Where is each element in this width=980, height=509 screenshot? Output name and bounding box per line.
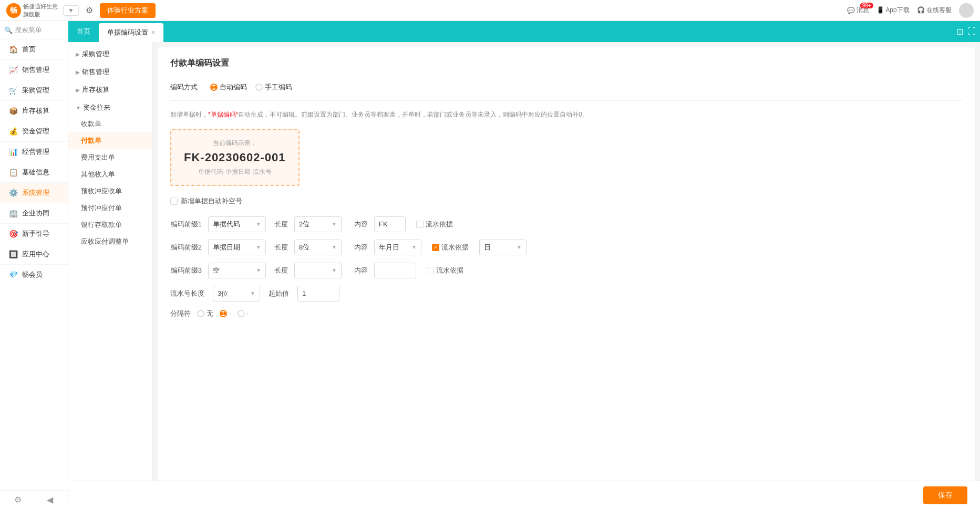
tab-home[interactable]: 首页 xyxy=(68,21,99,42)
separator-dash[interactable]: · xyxy=(238,309,249,317)
auto-encode-radio-circle xyxy=(210,84,218,91)
topbar-right: 💬 消息 99+ 📱 App下载 🎧 在线客服 xyxy=(847,3,974,18)
sub-group-title-sales[interactable]: ▶ 销售管理 xyxy=(68,64,152,80)
search-icon: 🔍 xyxy=(4,26,13,34)
sidebar-item-member[interactable]: 💎 畅会员 xyxy=(0,265,68,285)
sidebar-search[interactable]: 🔍 搜索菜单 xyxy=(0,21,68,39)
basic-icon: 📋 xyxy=(8,168,18,177)
prefix2-stream-check[interactable]: ✓ xyxy=(432,244,439,251)
chevron-down-icon: ▼ xyxy=(517,244,522,250)
tab-active[interactable]: 单据编码设置 × xyxy=(99,23,163,42)
settings-icon[interactable]: ⚙ xyxy=(82,3,97,18)
sub-group-sales: ▶ 销售管理 xyxy=(68,64,152,80)
chevron-down-icon: ▼ xyxy=(332,221,337,227)
serial-start-input[interactable]: 1 xyxy=(297,286,339,302)
sub-group-title-capital[interactable]: ▼ 资金往来 xyxy=(68,100,152,116)
code-example-box: 当前编码示例： FK-20230602-001 单据代码-单据日期-流水号 xyxy=(170,129,300,186)
fullscreen-icon: ⛶ xyxy=(967,27,976,36)
prefix1-stream-check[interactable] xyxy=(416,221,424,228)
prefix3-length-label: 长度 xyxy=(274,266,288,275)
sidebar-item-appstore[interactable]: 🔲 应用中心 xyxy=(0,244,68,265)
arrow-icon: ▶ xyxy=(76,51,80,57)
sidebar-item-inventory[interactable]: 📦 库存核算 xyxy=(0,101,68,121)
prefix2-type-select[interactable]: 单据日期 ▼ xyxy=(208,240,266,255)
prefix2-length-label: 长度 xyxy=(274,243,288,252)
sub-item-prepay-recv[interactable]: 预收冲应收单 xyxy=(68,183,152,200)
logo-icon: 畅 xyxy=(6,3,21,18)
separator-row: 分隔符 无 · · xyxy=(170,309,962,318)
prefix1-length-select[interactable]: 2位 ▼ xyxy=(294,216,342,232)
sidebar-item-home[interactable]: 🏠 首页 xyxy=(0,39,68,60)
purchase-icon: 🛒 xyxy=(8,86,18,95)
sub-item-prepay-pay[interactable]: 预付冲应付单 xyxy=(68,200,152,216)
prefix3-content-input[interactable] xyxy=(374,263,416,278)
online-service[interactable]: 🎧 在线客服 xyxy=(917,6,952,15)
sidebar-item-basic[interactable]: 📋 基础信息 xyxy=(0,162,68,183)
sales-icon: 📈 xyxy=(8,65,18,75)
prefix3-stream-checkbox[interactable]: 流水依据 xyxy=(427,266,463,275)
sub-item-bank-dep[interactable]: 银行存取款单 xyxy=(68,216,152,233)
topbar-left: 畅 畅捷通好生意 旗舰版 ▼ ⚙ 体验行业方案 xyxy=(6,3,156,18)
prefix2-stream-checkbox[interactable]: ✓ 流水依据 xyxy=(432,243,469,252)
separator-none[interactable]: 无 xyxy=(197,309,213,318)
prefix1-row: 编码前缀1 单据代码 ▼ 长度 2位 ▼ 内容 FK xyxy=(170,216,962,232)
auto-encode-radio[interactable]: 自动编码 xyxy=(210,82,247,92)
auto-fill-label: 新增单据自动补空号 xyxy=(181,196,242,206)
prefix1-content-input[interactable]: FK xyxy=(374,216,406,232)
sidebar-item-purchase[interactable]: 🛒 采购管理 xyxy=(0,80,68,101)
trial-button[interactable]: 体验行业方案 xyxy=(100,3,156,18)
sidebar-item-system[interactable]: ⚙️ 系统管理 xyxy=(0,183,68,203)
company-dropdown[interactable]: ▼ xyxy=(63,5,79,16)
sub-item-expense[interactable]: 费用支出单 xyxy=(68,149,152,166)
app-download[interactable]: 📱 App下载 xyxy=(876,6,910,15)
prefix3-length-select[interactable]: ▼ xyxy=(294,263,342,278)
sub-item-payment[interactable]: 付款单 xyxy=(68,132,152,149)
sub-item-income[interactable]: 其他收入单 xyxy=(68,166,152,183)
appstore-icon: 🔲 xyxy=(8,250,18,259)
auto-fill-row: 新增单据自动补空号 xyxy=(170,196,962,206)
serial-length-label: 流水号长度 xyxy=(170,289,204,298)
auto-fill-checkbox[interactable] xyxy=(170,198,178,205)
chevron-down-icon: ▼ xyxy=(250,290,255,296)
code-example-label: 当前编码示例： xyxy=(213,139,257,148)
expand-icon: ⊡ xyxy=(956,27,963,37)
manual-encode-radio[interactable]: 手工编码 xyxy=(255,82,292,92)
sub-item-receipt[interactable]: 收款单 xyxy=(68,116,152,132)
bottom-bar: 保存 xyxy=(68,481,980,509)
save-button[interactable]: 保存 xyxy=(923,486,967,504)
sidebar-settings-btn[interactable]: ⚙ xyxy=(4,495,32,505)
manual-encode-radio-circle xyxy=(255,84,263,91)
arrow-icon: ▶ xyxy=(76,69,80,75)
prefix1-label: 编码前缀1 xyxy=(170,220,202,229)
company-icon: 🏢 xyxy=(8,209,18,218)
chevron-down-icon: ▼ xyxy=(332,244,337,250)
prefix1-type-select[interactable]: 单据代码 ▼ xyxy=(208,216,266,232)
prefix2-content-select[interactable]: 年月日 ▼ xyxy=(374,240,421,255)
sidebar-item-sales[interactable]: 📈 销售管理 xyxy=(0,60,68,80)
separator-dot[interactable]: · xyxy=(220,309,231,317)
sub-group-title-inventory[interactable]: ▶ 库存核算 xyxy=(68,82,152,98)
sidebar-item-finance[interactable]: 💰 资金管理 xyxy=(0,121,68,142)
prefix3-stream-check[interactable] xyxy=(427,267,434,274)
prefix3-type-select[interactable]: 空 ▼ xyxy=(208,263,266,278)
sidebar-item-company[interactable]: 🏢 企业协同 xyxy=(0,203,68,224)
home-icon: 🏠 xyxy=(8,45,18,54)
separator-dot-radio xyxy=(220,310,227,317)
sidebar-item-operation[interactable]: 📊 经营管理 xyxy=(0,142,68,162)
user-avatar[interactable] xyxy=(959,3,974,18)
main-panel: 付款单编码设置 编码方式 自动编码 手工编码 xyxy=(158,47,975,481)
sub-group-title-purchase[interactable]: ▶ 采购管理 xyxy=(68,46,152,62)
serial-length-select[interactable]: 3位 ▼ xyxy=(213,286,260,302)
sub-item-ap-adjust[interactable]: 应收应付调整单 xyxy=(68,233,152,250)
chevron-down-icon: ▼ xyxy=(256,267,261,273)
prefix1-stream-checkbox[interactable]: 流水依据 xyxy=(416,220,453,229)
sidebar-collapse-btn[interactable]: ◀ xyxy=(36,495,64,505)
sidebar-item-newguide[interactable]: 🎯 新手引导 xyxy=(0,224,68,244)
message-badge[interactable]: 💬 消息 99+ xyxy=(847,6,869,15)
tab-expand[interactable]: ⊡ ⛶ xyxy=(956,27,980,37)
tab-close-icon[interactable]: × xyxy=(151,29,155,36)
prefix2-length-select[interactable]: 8位 ▼ xyxy=(294,240,342,255)
logo-text: 畅捷通好生意 旗舰版 xyxy=(23,3,58,18)
message-count: 99+ xyxy=(860,3,873,8)
prefix2-period-select[interactable]: 日 ▼ xyxy=(479,240,527,255)
